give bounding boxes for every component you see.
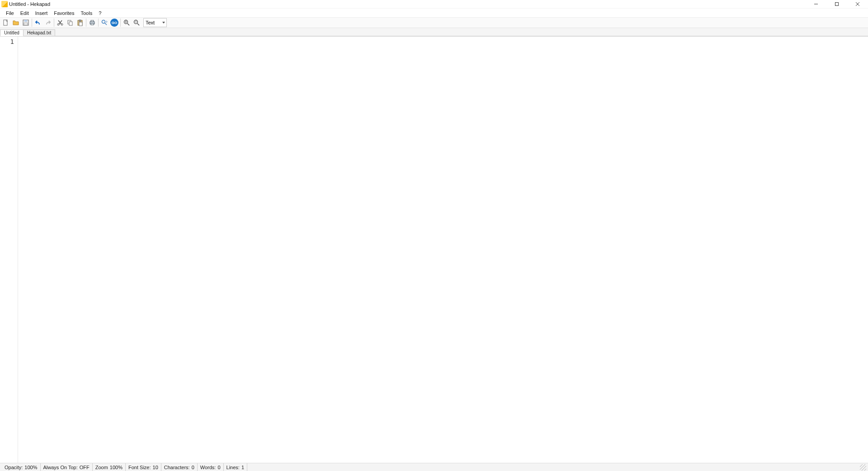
status-words-label: Words: (200, 465, 216, 470)
status-lines-label: Lines: (226, 465, 240, 470)
redo-button[interactable] (43, 18, 53, 28)
syntax-select[interactable]: Text (143, 18, 167, 27)
app-icon (1, 1, 8, 7)
status-chars-value: 0 (192, 465, 194, 470)
print-button[interactable] (87, 18, 97, 28)
line-number: 1 (0, 38, 14, 45)
toolbar-separator (54, 19, 54, 27)
menu-favorites[interactable]: Favorites (51, 9, 77, 17)
save-button[interactable] (21, 18, 31, 28)
zoom-in-button[interactable] (122, 18, 132, 28)
status-words-value: 0 (217, 465, 220, 470)
status-font-size[interactable]: Font Size: 10 (126, 463, 161, 471)
close-button[interactable] (847, 0, 868, 8)
status-chars-label: Characters: (164, 465, 190, 470)
svg-rect-7 (24, 23, 28, 25)
resize-grip-icon[interactable] (860, 464, 866, 471)
svg-rect-4 (4, 20, 7, 25)
go-icon: GO (110, 19, 118, 27)
maximize-button[interactable] (826, 0, 847, 8)
status-opacity[interactable]: Opacity: 100% (2, 463, 41, 471)
status-characters: Characters: 0 (161, 463, 198, 471)
svg-rect-16 (79, 22, 82, 26)
toolbar-separator (32, 19, 32, 27)
svg-point-20 (102, 20, 105, 24)
menu-edit[interactable]: Edit (17, 9, 32, 17)
syntax-select-value: Text (146, 20, 155, 25)
minimize-button[interactable] (806, 0, 826, 8)
title-bar: Untitled - Hekapad (0, 0, 868, 8)
window-title: Untitled - Hekapad (9, 1, 50, 7)
tab-untitled[interactable]: Untitled (0, 29, 24, 36)
tab-strip: Untitled Hekapad.txt (0, 28, 868, 36)
status-lines-value: 1 (241, 465, 244, 470)
line-gutter: 1 (0, 37, 18, 463)
menu-file[interactable]: File (3, 9, 17, 17)
svg-rect-15 (79, 20, 81, 21)
menu-help[interactable]: ? (95, 9, 104, 17)
toolbar-separator (86, 19, 86, 27)
svg-rect-18 (91, 20, 94, 22)
go-button[interactable]: GO (109, 18, 119, 28)
svg-rect-19 (91, 24, 94, 25)
menu-bar: File Edit Insert Favorites Tools ? (0, 8, 868, 17)
menu-insert[interactable]: Insert (32, 9, 51, 17)
status-zoom-value: 100% (110, 465, 123, 470)
status-aot-label: Always On Top: (43, 465, 78, 470)
cut-button[interactable] (55, 18, 65, 28)
text-area[interactable] (18, 37, 868, 463)
undo-button[interactable] (33, 18, 43, 28)
chevron-down-icon (162, 22, 165, 24)
status-aot-value: OFF (80, 465, 90, 470)
toolbar: GO Text (0, 17, 868, 28)
find-replace-button[interactable] (99, 18, 109, 28)
status-lines: Lines: 1 (224, 463, 247, 471)
copy-button[interactable] (65, 18, 75, 28)
tab-hekapad-txt[interactable]: Hekapad.txt (23, 29, 55, 36)
status-zoom[interactable]: Zoom 100% (93, 463, 126, 471)
editor: 1 (0, 36, 868, 463)
toolbar-separator (98, 19, 99, 27)
status-always-on-top[interactable]: Always On Top: OFF (41, 463, 93, 471)
zoom-out-button[interactable] (132, 18, 142, 28)
status-opacity-value: 100% (24, 465, 37, 470)
status-fontsize-value: 10 (153, 465, 158, 470)
new-file-button[interactable] (1, 18, 11, 28)
svg-rect-13 (69, 22, 72, 25)
open-file-button[interactable] (11, 18, 21, 28)
svg-line-23 (127, 24, 129, 25)
svg-line-27 (137, 24, 139, 25)
status-words: Words: 0 (198, 463, 224, 471)
svg-line-21 (105, 23, 107, 25)
status-fontsize-label: Font Size: (128, 465, 151, 470)
menu-tools[interactable]: Tools (77, 9, 95, 17)
status-zoom-label: Zoom (95, 465, 108, 470)
svg-rect-6 (24, 20, 27, 22)
svg-rect-1 (835, 3, 839, 6)
status-opacity-label: Opacity: (5, 465, 23, 470)
toolbar-separator (120, 19, 121, 27)
paste-button[interactable] (75, 18, 85, 28)
status-bar: Opacity: 100% Always On Top: OFF Zoom 10… (0, 463, 868, 471)
